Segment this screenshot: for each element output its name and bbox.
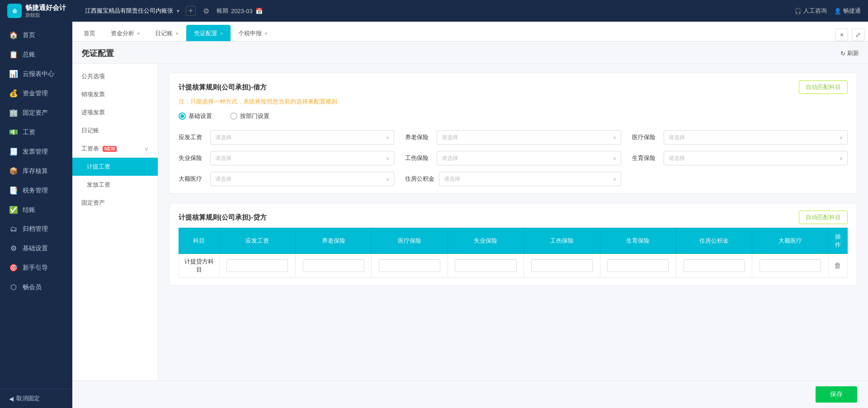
tab-tax-close[interactable]: × (264, 31, 267, 36)
radio-basic[interactable]: 基础设置 (179, 112, 212, 120)
company-selector[interactable]: 江西服宝精品有限责任公司内账张 ▼ (85, 7, 180, 15)
field-yingfa-select[interactable]: 请选择 ∨ (210, 130, 394, 145)
debit-section: 计提核算规则(公司承担)-借方 自动匹配科目 注：只能选择一种方式，系统将按照您… (169, 73, 857, 194)
input-row-yingfa[interactable] (226, 259, 288, 272)
nav-sales[interactable]: 销项发票 (72, 85, 158, 103)
sidebar-item-vip[interactable]: ⬡ 畅会员 (0, 277, 72, 297)
field-gongshang-select[interactable]: 请选择 ∨ (437, 151, 621, 165)
sidebar-label-inventory: 库存核算 (23, 167, 48, 175)
input-row-yanglao[interactable] (303, 259, 364, 272)
sidebar-label-archive: 归档管理 (23, 225, 48, 233)
notice-text: 注：只能选择一种方式，系统将按照您当前的选择来配置规则 (170, 98, 857, 110)
field-yanglao-placeholder: 请选择 (442, 134, 458, 141)
sidebar-item-archive[interactable]: 🗂 归档管理 (0, 220, 72, 239)
nav-salary-table[interactable]: 工资表 NEW ∨ (72, 140, 158, 158)
delete-row-button[interactable]: 🗑 (834, 262, 841, 269)
input-row-gongshang[interactable] (531, 259, 593, 272)
th-gongshang: 工伤保险 (524, 228, 600, 254)
tab-funds-label: 资金分析 (111, 29, 134, 38)
field-yingfa-arrow-icon: ∨ (386, 135, 389, 140)
sidebar-item-reports[interactable]: 📊 云报表中心 (0, 64, 72, 84)
sidebar-item-tax[interactable]: 📑 税务管理 (0, 181, 72, 200)
sidebar-label-ledger: 总账 (23, 51, 35, 59)
row-shengyu (600, 254, 676, 278)
nav-sales-label: 销项发票 (81, 90, 105, 98)
input-row-dae[interactable] (760, 259, 821, 272)
credit-auto-match-button[interactable]: 自动匹配科目 (799, 211, 848, 224)
add-tab-button[interactable]: + (186, 6, 196, 16)
tab-journal-close[interactable]: × (175, 31, 178, 36)
content-area: 首页 资金分析 × 日记账 × 凭证配置 × 个税申报 × × ⤢ (72, 22, 868, 408)
nav-salary-pay[interactable]: 发放工资 (72, 176, 158, 194)
field-shiye-arrow-icon: ∨ (386, 156, 389, 161)
user-account[interactable]: 👤 畅捷通 (834, 7, 861, 15)
expand-button[interactable]: ⤢ (852, 28, 864, 41)
sidebar-item-settle[interactable]: ✅ 结账 (0, 200, 72, 220)
period-value: 2023-03 (231, 8, 253, 14)
sidebar: 🏠 首页 📋 总账 📊 云报表中心 💰 资金管理 🏢 固定资产 💵 工资 🧾 发… (0, 22, 72, 408)
save-button[interactable]: 保存 (816, 386, 857, 403)
field-yiliao-select[interactable]: 请选择 ∨ (664, 130, 848, 145)
debit-form-grid: 应发工资 请选择 ∨ 养老保险 请选择 ∨ (170, 126, 857, 193)
field-shiye-select[interactable]: 请选择 ∨ (210, 151, 394, 165)
main-form: 计提核算规则(公司承担)-借方 自动匹配科目 注：只能选择一种方式，系统将按照您… (158, 64, 868, 380)
sidebar-item-ledger[interactable]: 📋 总账 (0, 45, 72, 64)
home-icon: 🏠 (9, 31, 18, 39)
tab-voucher-close[interactable]: × (220, 31, 223, 36)
sidebar-item-inventory[interactable]: 📦 库存核算 (0, 161, 72, 181)
input-row-shiye[interactable] (455, 259, 516, 272)
row-gongshang (524, 254, 600, 278)
field-dae-select[interactable]: 请选择 ∨ (210, 172, 394, 186)
input-row-shengyu[interactable] (607, 259, 669, 272)
sidebar-item-funds[interactable]: 💰 资金管理 (0, 84, 72, 103)
close-tab-button[interactable]: × (835, 28, 848, 41)
calendar-icon[interactable]: 📅 (255, 8, 263, 14)
debit-auto-match-button[interactable]: 自动匹配科目 (799, 80, 848, 94)
field-shiye: 失业保险 请选择 ∨ (179, 151, 394, 165)
cancel-fixed-button[interactable]: ◀ 取消固定 (0, 389, 72, 408)
tab-funds[interactable]: 资金分析 × (103, 25, 147, 41)
tab-bar-actions: × ⤢ (835, 28, 864, 41)
support-button[interactable]: 🎧 人工咨询 (794, 7, 827, 15)
refresh-icon: ↻ (840, 50, 845, 57)
top-bar-actions: 🎧 人工咨询 👤 畅捷通 (794, 7, 861, 15)
nav-salary-calc[interactable]: 计提工资 (72, 158, 158, 176)
vip-icon: ⬡ (9, 283, 18, 291)
nav-salary-table-label: 工资表 (81, 145, 99, 153)
sidebar-item-assets[interactable]: 🏢 固定资产 (0, 103, 72, 122)
field-gjj-arrow-icon: ∨ (613, 177, 616, 182)
th-dae: 大额医疗 (752, 228, 828, 254)
row-gjj (676, 254, 752, 278)
sidebar-label-funds: 资金管理 (23, 89, 48, 98)
refresh-button[interactable]: ↻ 刷新 (840, 49, 859, 57)
input-row-yiliao[interactable] (379, 259, 440, 272)
nav-public[interactable]: 公共选项 (72, 67, 158, 85)
field-yanglao: 养老保险 请选择 ∨ (405, 130, 621, 145)
nav-diary[interactable]: 日记账 (72, 122, 158, 140)
tab-journal-label: 日记账 (155, 29, 173, 38)
field-shiye-placeholder: 请选择 (215, 155, 231, 162)
tab-home[interactable]: 首页 (76, 25, 103, 41)
sidebar-item-home[interactable]: 🏠 首页 (0, 25, 72, 45)
invoice-icon: 🧾 (9, 147, 18, 156)
tab-tax[interactable]: 个税申报 × (231, 25, 275, 41)
field-gjj-select[interactable]: 请选择 ∨ (439, 172, 621, 186)
sidebar-item-settings[interactable]: ⚙ 基础设置 (0, 239, 72, 258)
radio-dept[interactable]: 按部门设置 (230, 112, 269, 120)
sidebar-item-invoice[interactable]: 🧾 发票管理 (0, 142, 72, 161)
sidebar-item-salary[interactable]: 💵 工资 (0, 122, 72, 142)
sidebar-item-guide[interactable]: 🎯 新手引导 (0, 258, 72, 277)
nav-diary-label: 日记账 (81, 127, 99, 135)
tab-voucher[interactable]: 凭证配置 × (186, 25, 231, 41)
settings-button[interactable]: ⚙ (201, 6, 211, 16)
input-row-gjj[interactable] (684, 259, 745, 272)
field-gjj-placeholder: 请选择 (444, 175, 460, 183)
tab-funds-close[interactable]: × (137, 31, 140, 36)
field-yanglao-select[interactable]: 请选择 ∨ (437, 130, 621, 145)
nav-fixed-assets[interactable]: 固定资产 (72, 194, 158, 212)
field-gjj-label: 住房公积金 (405, 175, 434, 183)
field-shengyu-select[interactable]: 请选择 ∨ (664, 151, 848, 165)
nav-purchase[interactable]: 进项发票 (72, 103, 158, 122)
table-row: 计提贷方科目 (179, 254, 848, 278)
tab-journal[interactable]: 日记账 × (147, 25, 186, 41)
